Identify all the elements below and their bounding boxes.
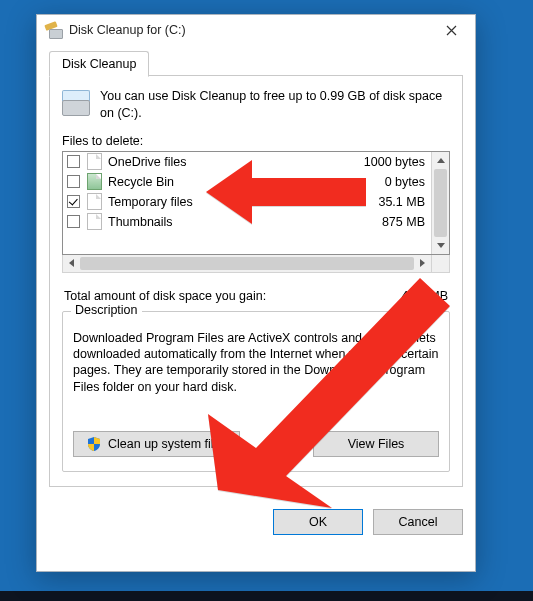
uac-shield-icon — [86, 436, 102, 452]
total-label: Total amount of disk space you gain: — [64, 289, 266, 303]
disk-cleanup-icon — [45, 23, 63, 37]
checkbox[interactable] — [67, 215, 80, 228]
cancel-button[interactable]: Cancel — [373, 509, 463, 535]
tab-panel: You can use Disk Cleanup to free up to 0… — [49, 76, 463, 487]
item-size: 875 MB — [382, 215, 425, 229]
file-icon — [87, 153, 102, 170]
checkbox[interactable] — [67, 155, 80, 168]
list-item[interactable]: Temporary files35.1 MB — [63, 192, 431, 212]
file-icon — [87, 213, 102, 230]
button-label: View Files — [348, 437, 405, 451]
list-item[interactable]: Thumbnails875 MB — [63, 212, 431, 232]
item-size: 0 bytes — [385, 175, 425, 189]
taskbar — [0, 591, 533, 601]
button-label: OK — [309, 515, 327, 529]
button-label: Cancel — [399, 515, 438, 529]
item-name: Recycle Bin — [108, 175, 385, 189]
item-name: OneDrive files — [108, 155, 364, 169]
item-name: Temporary files — [108, 195, 378, 209]
scroll-corner — [431, 255, 449, 272]
scroll-thumb[interactable] — [80, 257, 414, 270]
description-text: Downloaded Program Files are ActiveX con… — [73, 330, 439, 395]
description-legend: Description — [71, 303, 142, 317]
item-name: Thumbnails — [108, 215, 382, 229]
ok-button[interactable]: OK — [273, 509, 363, 535]
dialog-buttons: OK Cancel — [37, 499, 475, 545]
scroll-left-icon[interactable] — [63, 255, 80, 272]
file-icon — [87, 193, 102, 210]
intro-text: You can use Disk Cleanup to free up to 0… — [100, 88, 450, 122]
scroll-right-icon[interactable] — [414, 255, 431, 272]
scroll-down-icon[interactable] — [432, 237, 449, 254]
tab-strip: Disk Cleanup — [49, 51, 463, 76]
scroll-thumb[interactable] — [434, 169, 447, 237]
drive-icon — [62, 88, 90, 116]
vertical-scrollbar[interactable] — [431, 152, 449, 254]
description-group: Description Downloaded Program Files are… — [62, 311, 450, 472]
close-button[interactable] — [429, 16, 473, 44]
cleanup-system-files-button[interactable]: Clean up system files — [73, 431, 240, 457]
checkbox[interactable] — [67, 195, 80, 208]
scroll-up-icon[interactable] — [432, 152, 449, 169]
list-item[interactable]: OneDrive files1000 bytes — [63, 152, 431, 172]
total-row: Total amount of disk space you gain: 47.… — [64, 289, 448, 303]
list-item[interactable]: Recycle Bin0 bytes — [63, 172, 431, 192]
titlebar[interactable]: Disk Cleanup for (C:) — [37, 15, 475, 45]
checkbox[interactable] — [67, 175, 80, 188]
item-size: 1000 bytes — [364, 155, 425, 169]
view-files-button[interactable]: View Files — [313, 431, 439, 457]
total-value: 47.0 MB — [401, 289, 448, 303]
files-listbox[interactable]: OneDrive files1000 bytesRecycle Bin0 byt… — [62, 151, 450, 255]
horizontal-scrollbar[interactable] — [62, 255, 450, 273]
tab-disk-cleanup[interactable]: Disk Cleanup — [49, 51, 149, 77]
recycle-bin-icon — [87, 173, 102, 190]
item-size: 35.1 MB — [378, 195, 425, 209]
files-to-delete-label: Files to delete: — [62, 134, 450, 148]
disk-cleanup-dialog: Disk Cleanup for (C:) Disk Cleanup You c… — [36, 14, 476, 572]
close-icon — [446, 25, 457, 36]
button-label: Clean up system files — [108, 437, 227, 451]
intro: You can use Disk Cleanup to free up to 0… — [62, 88, 450, 122]
window-title: Disk Cleanup for (C:) — [69, 23, 429, 37]
